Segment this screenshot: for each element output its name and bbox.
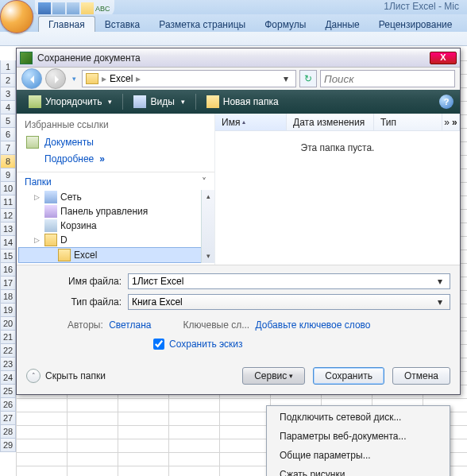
save-thumbnail-label[interactable]: Сохранить эскиз — [169, 339, 243, 350]
hide-folders-toggle[interactable]: ˄ Скрыть папки — [26, 369, 106, 383]
cancel-button[interactable]: Отмена — [392, 367, 450, 385]
nav-forward-button[interactable] — [45, 68, 66, 89]
ribbon-body — [0, 32, 467, 46]
open-icon[interactable] — [81, 2, 94, 15]
ribbon-tab[interactable]: Данные — [315, 17, 369, 32]
undo-icon[interactable] — [52, 2, 65, 15]
row-header[interactable]: 3 — [0, 87, 16, 101]
folders-header[interactable]: Папки ˅ — [17, 172, 214, 190]
tree-item[interactable]: ▷Сеть — [17, 190, 214, 204]
service-menu-item[interactable]: Подключить сетевой диск... — [268, 408, 448, 427]
dialog-titlebar[interactable]: Сохранение документа X — [17, 48, 460, 68]
office-button[interactable] — [0, 0, 33, 33]
tree-item[interactable]: Панель управления — [17, 204, 214, 219]
address-bar[interactable]: ▸ Excel ▸ ▾ — [82, 70, 296, 87]
row-header[interactable]: 23 — [0, 358, 16, 371]
help-button[interactable]: ? — [439, 95, 453, 109]
expand-icon[interactable]: ▷ — [34, 236, 41, 244]
folder-icon — [58, 249, 71, 261]
folder-icon — [44, 219, 57, 232]
row-header[interactable]: 1 — [0, 60, 16, 74]
tree-item[interactable]: Корзина — [17, 219, 214, 233]
tree-item[interactable]: ▷D — [17, 233, 214, 247]
row-header[interactable]: 4 — [0, 101, 16, 114]
service-menu-item[interactable]: Параметры веб-документа... — [268, 427, 448, 446]
row-header[interactable]: 28 — [0, 425, 16, 439]
address-dropdown[interactable]: ▾ — [280, 73, 292, 84]
row-header[interactable]: 5 — [0, 114, 16, 128]
keywords-value[interactable]: Добавьте ключевое слово — [256, 319, 371, 331]
row-header[interactable]: 29 — [0, 439, 16, 452]
filetype-dropdown[interactable]: ▾ — [434, 296, 446, 308]
close-button[interactable]: X — [430, 52, 457, 64]
row-header[interactable]: 21 — [0, 331, 16, 344]
toolbar-sep — [122, 94, 123, 110]
row-header[interactable]: 20 — [0, 317, 16, 331]
filename-dropdown[interactable]: ▾ — [434, 276, 446, 287]
row-header[interactable]: 26 — [0, 398, 16, 412]
favorites-header: Избранные ссылки — [17, 114, 214, 134]
save-icon[interactable] — [38, 2, 51, 15]
tree-item[interactable]: Excel — [18, 247, 213, 263]
organize-button[interactable]: Упорядочить — [23, 92, 118, 111]
filename-input[interactable]: 1Лист Excel▾ — [128, 273, 450, 289]
search-input[interactable] — [320, 70, 455, 87]
row-header[interactable]: 19 — [0, 304, 16, 317]
filetype-select[interactable]: Книга Excel▾ — [128, 294, 450, 310]
row-header[interactable]: 25 — [0, 385, 16, 398]
keywords-label: Ключевые сл... — [183, 319, 250, 331]
row-header[interactable]: 27 — [0, 412, 16, 425]
scroll-down-icon[interactable]: ▾ — [202, 250, 214, 263]
nav-history-dropdown[interactable] — [69, 68, 79, 89]
expand-icon[interactable]: ▷ — [34, 193, 41, 201]
row-header[interactable]: 6 — [0, 128, 16, 141]
nav-back-button[interactable] — [21, 68, 42, 89]
breadcrumb-sep-icon[interactable]: ▸ — [136, 73, 141, 84]
column-name[interactable]: Имя — [215, 114, 287, 130]
refresh-button[interactable]: ↻ — [299, 70, 317, 87]
row-header[interactable]: 12 — [0, 209, 16, 223]
favorites-documents[interactable]: Документы — [17, 134, 214, 151]
save-thumbnail-checkbox[interactable] — [153, 339, 164, 350]
row-header[interactable]: 15 — [0, 250, 16, 263]
views-button[interactable]: Виды — [128, 92, 190, 111]
save-button[interactable]: Сохранить — [313, 367, 384, 385]
row-header[interactable]: 13 — [0, 223, 16, 236]
favorites-more[interactable]: Подробнее — [17, 151, 214, 167]
row-header[interactable]: 7 — [0, 141, 16, 155]
service-menu-item[interactable]: Сжать рисунки... — [268, 465, 448, 476]
service-menu-item[interactable]: Общие параметры... — [268, 446, 448, 465]
app-title: 1Лист Excel - Mic — [384, 1, 459, 12]
ribbon-tab[interactable]: Вставка — [95, 17, 150, 32]
column-date[interactable]: Дата изменения — [287, 114, 374, 130]
row-header[interactable]: 24 — [0, 371, 16, 385]
tree-scrollbar[interactable]: ▴ ▾ — [201, 190, 214, 263]
ribbon-tab[interactable]: Главная — [38, 16, 95, 32]
row-header[interactable]: 9 — [0, 168, 16, 182]
row-header[interactable]: 14 — [0, 236, 16, 250]
save-dialog: Сохранение документа X ▸ Excel ▸ ▾ ↻ Упо… — [16, 48, 461, 395]
redo-icon[interactable] — [67, 2, 79, 15]
row-header[interactable]: 17 — [0, 277, 16, 290]
column-type[interactable]: Тип — [374, 114, 442, 130]
ribbon-tab[interactable]: Формулы — [255, 17, 315, 32]
ribbon-tab[interactable]: Разметка страницы — [149, 17, 255, 32]
row-header[interactable]: 8 — [0, 155, 16, 168]
chevron-down-icon: ˅ — [202, 176, 206, 188]
folder-icon — [44, 191, 57, 203]
service-button[interactable]: Сервис — [242, 367, 305, 385]
row-header[interactable]: 16 — [0, 263, 16, 277]
new-folder-button[interactable]: Новая папка — [201, 92, 284, 111]
row-header[interactable]: 11 — [0, 195, 16, 209]
breadcrumb-folder[interactable]: Excel — [110, 73, 133, 84]
row-header[interactable]: 2 — [0, 74, 16, 87]
row-header[interactable]: 22 — [0, 344, 16, 358]
ribbon-tab[interactable]: Рецензирование — [369, 17, 462, 32]
row-header[interactable]: 10 — [0, 182, 16, 195]
spellcheck-icon[interactable]: ABC — [95, 2, 108, 15]
filename-label: Имя файла: — [26, 276, 122, 287]
column-more[interactable]: » — [442, 114, 460, 130]
scroll-up-icon[interactable]: ▴ — [202, 190, 214, 203]
row-header[interactable]: 18 — [0, 290, 16, 304]
authors-value[interactable]: Светлана — [109, 319, 151, 331]
